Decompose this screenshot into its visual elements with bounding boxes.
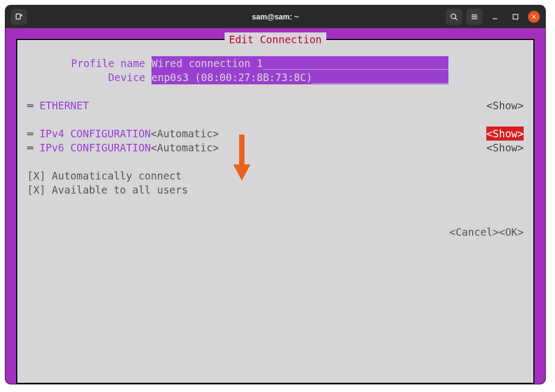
ipv4-show-button[interactable]: <Show> xyxy=(486,127,524,141)
cancel-button[interactable]: <Cancel> xyxy=(450,225,499,239)
auto-connect-checkbox[interactable]: [X] Automatically connect xyxy=(27,169,182,183)
close-button[interactable] xyxy=(528,11,540,23)
svg-rect-0 xyxy=(16,14,21,19)
dialog-title: Edit Connection xyxy=(224,32,326,46)
ipv6-show-button[interactable]: <Show> xyxy=(486,141,524,155)
all-users-checkbox[interactable]: [X] Available to all users xyxy=(27,183,188,197)
terminal-window: sam@sam: ~ Edit Connection xyxy=(5,5,545,384)
ipv4-section[interactable]: IPv4 CONFIGURATION xyxy=(39,127,151,141)
new-tab-button[interactable] xyxy=(11,9,27,25)
ethernet-show-button[interactable]: <Show> xyxy=(486,98,524,112)
menu-button[interactable] xyxy=(466,9,483,25)
ipv6-mode[interactable]: <Automatic> xyxy=(151,141,219,155)
ethernet-bullet: ═ xyxy=(27,99,39,111)
svg-point-3 xyxy=(451,14,456,19)
minimize-button[interactable] xyxy=(487,9,503,25)
window-title: sam@sam: ~ xyxy=(119,12,432,21)
svg-rect-9 xyxy=(513,15,518,19)
titlebar: sam@sam: ~ xyxy=(5,5,545,28)
profile-name-field[interactable]: Wired connection 1______________________… xyxy=(151,56,448,70)
ipv4-mode[interactable]: <Automatic> xyxy=(151,127,219,141)
search-button[interactable] xyxy=(446,9,462,25)
ok-button[interactable]: <OK> xyxy=(499,225,524,239)
device-label: Device xyxy=(27,70,151,84)
ipv4-bullet: ═ xyxy=(27,128,39,139)
ipv6-section[interactable]: IPv6 CONFIGURATION xyxy=(39,141,151,155)
ethernet-section[interactable]: ETHERNET xyxy=(39,98,89,112)
svg-line-4 xyxy=(455,18,458,21)
device-field[interactable]: enp0s3 (08:00:27:8B:73:8C)______________… xyxy=(151,70,448,84)
ipv6-bullet: ═ xyxy=(27,142,39,154)
nmtui-dialog: Edit Connection Profile name Wired conne… xyxy=(16,39,534,384)
profile-name-label: Profile name xyxy=(27,56,151,70)
maximize-button[interactable] xyxy=(507,9,524,25)
terminal-body: Edit Connection Profile name Wired conne… xyxy=(5,28,545,384)
